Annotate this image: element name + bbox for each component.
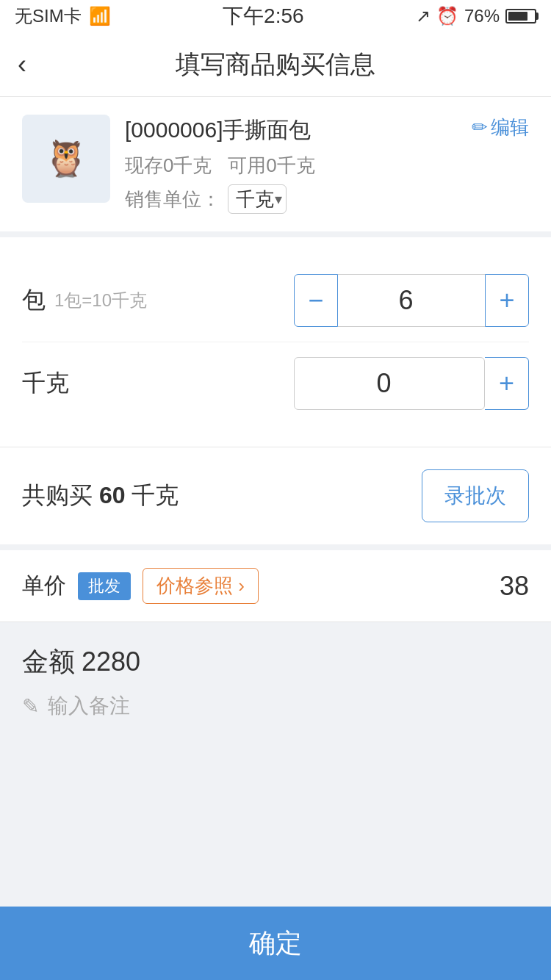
- product-card: 🦉 [0000006]手撕面包 ✏ 编辑 现存0千克 可用0千克 销售单位： 千…: [0, 97, 551, 237]
- total-unit: 千克: [132, 482, 179, 508]
- nav-bar: ‹ 填写商品购买信息: [0, 32, 551, 97]
- product-title: 手撕面包: [223, 118, 311, 142]
- pencil-icon: ✎: [22, 694, 39, 718]
- price-ref-button[interactable]: 价格参照 ›: [143, 568, 259, 604]
- status-right: ↗ ⏰ 76%: [416, 6, 536, 26]
- kg-qty-control: +: [294, 357, 529, 410]
- price-type-tag: 批发: [78, 572, 131, 600]
- pack-qty-control: − +: [294, 274, 529, 327]
- pack-minus-button[interactable]: −: [294, 274, 338, 327]
- kg-row: 千克 +: [22, 342, 529, 425]
- product-code: [0000006]: [125, 118, 223, 142]
- unit-select[interactable]: 千克 包: [228, 184, 287, 214]
- status-left: 无SIM卡 📶: [15, 4, 111, 28]
- stock-current: 现存0千克: [125, 154, 212, 176]
- kg-plus-button[interactable]: +: [485, 357, 529, 410]
- confirm-button[interactable]: 确定: [0, 907, 551, 980]
- battery-icon: [505, 9, 536, 24]
- batch-button[interactable]: 录批次: [422, 469, 529, 522]
- status-bar: 无SIM卡 📶 下午2:56 ↗ ⏰ 76%: [0, 0, 551, 32]
- price-section: 单价 批发 价格参照 › 38: [0, 550, 551, 622]
- alarm-icon: ⏰: [436, 6, 458, 26]
- status-time: 下午2:56: [223, 2, 304, 30]
- pack-label: 包 1包=10千克: [22, 284, 147, 317]
- stock-available: 可用0千克: [228, 154, 314, 176]
- pack-qty-input[interactable]: [338, 274, 485, 327]
- product-logo-icon: 🦉: [44, 138, 88, 179]
- pack-plus-button[interactable]: +: [485, 274, 529, 327]
- location-icon: ↗: [416, 6, 431, 26]
- edit-button[interactable]: ✏ 编辑: [472, 115, 529, 140]
- pack-unit-label: 包: [22, 284, 46, 317]
- remark-placeholder: 输入备注: [48, 692, 130, 720]
- price-label: 单价: [22, 571, 66, 601]
- kg-qty-input[interactable]: [294, 357, 485, 410]
- amount-value: 2280: [82, 646, 140, 677]
- price-value: 38: [500, 571, 529, 602]
- wifi-icon: 📶: [89, 6, 111, 26]
- total-section: 共购买 60 千克 录批次: [0, 447, 551, 550]
- unit-label: 销售单位：: [125, 187, 220, 212]
- back-button[interactable]: ‹: [18, 49, 26, 80]
- total-text: 共购买 60 千克: [22, 480, 179, 512]
- kg-unit-label: 千克: [22, 367, 69, 400]
- edit-label: 编辑: [491, 115, 529, 140]
- product-info: [0000006]手撕面包 ✏ 编辑 现存0千克 可用0千克 销售单位： 千克 …: [125, 115, 529, 214]
- quantity-section: 包 1包=10千克 − + 千克 +: [0, 237, 551, 447]
- pack-hint: 1包=10千克: [54, 289, 147, 312]
- product-name: [0000006]手撕面包: [125, 115, 311, 145]
- amount-section: 金额 2280 ✎ 输入备注: [0, 622, 551, 769]
- pack-row: 包 1包=10千克 − +: [22, 259, 529, 342]
- amount-row: 金额 2280: [22, 644, 529, 680]
- product-stock: 现存0千克 可用0千克: [125, 153, 529, 179]
- product-unit-row: 销售单位： 千克 包: [125, 184, 529, 214]
- carrier-text: 无SIM卡: [15, 4, 82, 28]
- product-header: [0000006]手撕面包 ✏ 编辑: [125, 115, 529, 145]
- unit-select-wrap[interactable]: 千克 包: [228, 184, 287, 214]
- page-title: 填写商品购买信息: [176, 48, 375, 82]
- total-amount-value: 60: [99, 482, 126, 508]
- amount-label: 金额: [22, 646, 75, 677]
- remark-row[interactable]: ✎ 输入备注: [22, 692, 529, 720]
- kg-label: 千克: [22, 367, 69, 400]
- total-prefix: 共购买: [22, 482, 93, 508]
- product-thumbnail: 🦉: [22, 115, 110, 203]
- edit-icon: ✏: [472, 116, 488, 139]
- battery-percent: 76%: [464, 6, 500, 26]
